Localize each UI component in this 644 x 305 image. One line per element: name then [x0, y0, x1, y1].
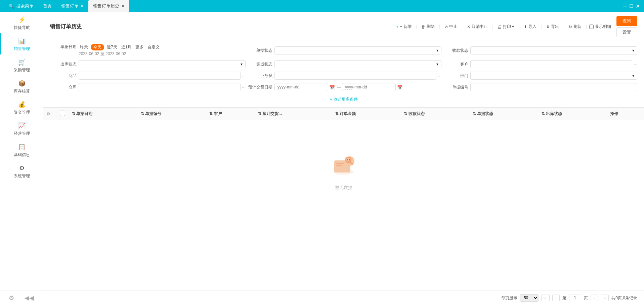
export-btn[interactable]: ⬇ 导出	[544, 23, 561, 31]
tab-home[interactable]: 首页	[38, 0, 56, 12]
out-status-group: 出库状态 ▾	[50, 60, 246, 68]
empty-illustration	[327, 147, 360, 181]
calendar-to-icon[interactable]: 📅	[397, 85, 402, 90]
tab-sales-order[interactable]: 销售订单 ✕	[56, 0, 88, 12]
search-menu-btn[interactable]: 🔍 搜索菜单	[4, 3, 38, 9]
dept-select[interactable]: ▾	[470, 72, 637, 80]
query-btn[interactable]: 查询	[616, 16, 637, 26]
receipt-status-select[interactable]: ▾	[470, 46, 637, 54]
tab-sales-order-close[interactable]: ✕	[81, 4, 84, 8]
out-status-arrow: ▾	[241, 62, 243, 67]
date-tab-yesterday[interactable]: 昨天	[79, 44, 89, 50]
filter-area: 单据日期 昨天 今天 近7天 近1月 更多 自定义 2023-06-02 至 2…	[43, 40, 644, 107]
order-status-arrow: ▾	[436, 48, 438, 53]
date-tab-more[interactable]: 更多	[134, 44, 145, 50]
delete-btn[interactable]: 🗑 删除	[419, 23, 437, 31]
product-input[interactable]	[79, 72, 241, 80]
tab-history-close[interactable]: ✕	[121, 4, 124, 8]
sidebar-item-finance[interactable]: 💰 资金管理	[0, 97, 43, 118]
page-unit: 页	[584, 295, 588, 301]
sidebar-item-sales-mgmt[interactable]: 📊 销售管理	[0, 33, 43, 54]
toolbar: + + 新增 🗑 删除 ⊘ 中止 ✕	[394, 16, 637, 37]
sidebar-item-purchase-mgmt[interactable]: 🛒 采购管理	[0, 54, 43, 76]
date-tabs-container: 昨天 今天 近7天 近1月 更多 自定义 2023-06-02 至 2023-0…	[79, 44, 161, 57]
last-page-btn[interactable]: »	[601, 295, 609, 301]
th-date-label: ⇅ 单据日期	[72, 111, 92, 116]
maximize-btn[interactable]: □	[630, 3, 633, 9]
warehouse-input[interactable]	[79, 83, 241, 91]
date-tab-1month[interactable]: 近1月	[120, 44, 133, 50]
order-status-select[interactable]: ▾	[274, 46, 441, 54]
quick-nav-icon: ⚡	[18, 16, 26, 24]
divider-3	[462, 25, 462, 29]
page-title: 销售订单历史	[50, 23, 82, 30]
salesperson-input[interactable]	[274, 72, 436, 80]
data-table: ⚙ ⇅ 单据日期 ⇅ 单据编号 ⇅ 客户	[43, 108, 644, 204]
date-tab-7days[interactable]: 近7天	[105, 44, 119, 50]
delivery-date-from[interactable]	[274, 83, 328, 91]
table-body: 暂无数据	[43, 120, 644, 204]
date-tab-custom[interactable]: 自定义	[146, 44, 161, 50]
inventory-icon: 📦	[18, 80, 26, 87]
export-icon: ⬇	[546, 25, 550, 29]
sidebar-item-basic-info[interactable]: 📋 基础信息	[0, 139, 43, 160]
dept-arrow: ▾	[632, 73, 634, 78]
sidebar-item-inventory[interactable]: 📦 库存核算	[0, 76, 43, 97]
import-btn[interactable]: ⬆ 导入	[522, 23, 539, 31]
complete-status-select[interactable]: ▾	[274, 60, 441, 68]
salesperson-dots[interactable]: ···	[438, 73, 441, 78]
refresh-btn[interactable]: ↻ 刷新	[567, 23, 584, 31]
sidebar-item-sys-mgmt[interactable]: ⚙ 系统管理	[0, 160, 43, 182]
show-detail-checkbox[interactable]	[589, 25, 594, 29]
page-size-label: 每页显示	[501, 295, 517, 301]
date-tabs: 昨天 今天 近7天 近1月 更多 自定义	[79, 44, 161, 50]
warehouse-dots[interactable]: ···	[242, 85, 246, 90]
product-label: 商品	[50, 73, 77, 79]
top-bar: 🔍 搜索菜单 首页 销售订单 ✕ 销售订单历史 ✕ ─ □ ✕	[0, 0, 644, 12]
customer-dots[interactable]: ···	[634, 62, 637, 67]
table-settings-icon[interactable]: ⚙	[46, 112, 50, 116]
finance-label: 资金管理	[14, 110, 30, 115]
purchase-mgmt-icon: 🛒	[18, 59, 26, 66]
customer-group: 客户 ···	[441, 60, 637, 68]
print-icon: 🖨	[498, 25, 502, 29]
customer-input[interactable]	[470, 60, 632, 68]
delivery-date-to[interactable]	[342, 83, 396, 91]
set-btn[interactable]: 设置	[616, 27, 637, 37]
prev-page-btn[interactable]: ‹	[552, 295, 560, 301]
table-area: ⚙ ⇅ 单据日期 ⇅ 单据编号 ⇅ 客户	[43, 108, 644, 291]
th-out-status: ⇅ 出库状态	[538, 108, 607, 120]
sidebar-item-quick-nav[interactable]: ⚡ 快捷导航	[0, 12, 43, 33]
cancel-stop-btn[interactable]: ✕ 取消中止	[465, 23, 490, 31]
collapse-sidebar-icon[interactable]: ◀◀	[25, 294, 34, 302]
tab-sales-order-history[interactable]: 销售订单历史 ✕	[88, 0, 129, 12]
page-header-section: 销售订单历史 + + 新增 🗑 删除 ⊘ 中止	[43, 12, 644, 108]
th-operation-label: 操作	[610, 111, 618, 116]
calendar-from-icon[interactable]: 📅	[330, 85, 335, 90]
stop-btn[interactable]: ⊘ 中止	[442, 23, 459, 31]
page-number-input[interactable]	[569, 295, 581, 301]
select-all-checkbox[interactable]	[60, 111, 65, 116]
first-page-btn[interactable]: «	[541, 295, 550, 301]
next-page-btn[interactable]: ›	[591, 295, 598, 301]
tab-sales-order-label: 销售订单	[61, 3, 79, 9]
print-btn[interactable]: 🖨 打印 ▾	[496, 23, 516, 31]
out-status-select[interactable]: ▾	[79, 60, 246, 68]
add-btn[interactable]: + + 新增	[394, 23, 413, 31]
main-layout: ⚡ 快捷导航 📊 销售管理 🛒 采购管理 📦 库存核算 💰 资金管理 📈 经营管…	[0, 12, 644, 305]
product-dots[interactable]: ···	[242, 73, 246, 78]
content-area: 销售订单历史 + + 新增 🗑 删除 ⊘ 中止	[43, 12, 644, 305]
page-size-select[interactable]: 10 20 50 100	[520, 294, 539, 302]
collapse-bar[interactable]: ∧ 收起更多条件	[50, 94, 637, 103]
close-btn[interactable]: ✕	[636, 3, 640, 9]
date-tab-today[interactable]: 今天	[91, 44, 104, 50]
sidebar: ⚡ 快捷导航 📊 销售管理 🛒 采购管理 📦 库存核算 💰 资金管理 📈 经营管…	[0, 12, 43, 305]
minimize-btn[interactable]: ─	[623, 3, 627, 9]
warehouse-group: 仓库 ···	[50, 83, 246, 91]
sidebar-item-operations[interactable]: 📈 经营管理	[0, 118, 43, 139]
settings-bottom-icon[interactable]: ⚙	[9, 294, 14, 302]
order-no-label: 单据编号	[441, 84, 468, 90]
pagination: 每页显示 10 20 50 100 « ‹ 第 页 › » 共0页,0条记录	[43, 291, 644, 305]
order-no-input[interactable]	[470, 83, 637, 91]
empty-text: 暂无数据	[335, 185, 352, 191]
